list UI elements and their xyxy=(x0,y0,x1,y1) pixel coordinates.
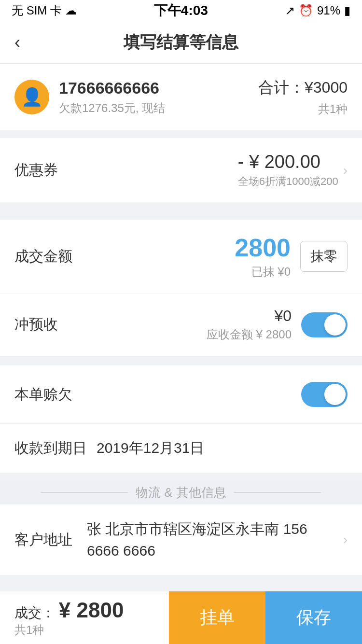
address-chevron-icon: › xyxy=(343,532,348,547)
status-time: 下午4:03 xyxy=(154,1,208,20)
avatar-icon: 👤 xyxy=(21,87,43,107)
debt-toggle[interactable] xyxy=(301,382,348,407)
date-label: 收款到期日 xyxy=(14,438,87,458)
total-amount: 合计：¥3000 xyxy=(258,77,348,98)
bottom-deal-row: 成交： ¥ 2800 xyxy=(14,598,154,622)
address-label: 客户地址 xyxy=(14,530,72,550)
deal-erased: 已抹 ¥0 xyxy=(235,264,291,280)
sim-label: 无 SIM 卡 ☁ xyxy=(12,3,77,18)
battery-label: 91% xyxy=(317,4,340,17)
coupon-chevron-icon: › xyxy=(343,163,348,178)
hang-order-button[interactable]: 挂单 xyxy=(169,591,265,644)
prepay-right: ¥0 应收金额 ¥ 2800 xyxy=(207,307,348,342)
prepay-amount: ¥0 xyxy=(207,307,292,325)
debt-label: 本单赊欠 xyxy=(14,385,72,405)
deal-amount-row: 成交金额 2800 已抹 ¥0 抹零 xyxy=(0,220,362,293)
logistics-divider-line: 物流 & 其他信息 xyxy=(41,484,321,501)
prepay-row: 冲预收 ¥0 应收金额 ¥ 2800 xyxy=(0,293,362,356)
bottom-bar: 成交： ¥ 2800 共1种 挂单 保存 xyxy=(0,591,362,644)
deal-amount-value: 2800 xyxy=(235,233,291,262)
customer-card: 👤 17666666666 欠款1276.35元, 现结 合计：¥3000 共1… xyxy=(0,64,362,130)
prepay-value-block: ¥0 应收金额 ¥ 2800 xyxy=(207,307,292,342)
round-zero-button[interactable]: 抹零 xyxy=(300,241,348,272)
customer-left: 👤 17666666666 欠款1276.35元, 现结 xyxy=(14,79,165,116)
coupon-row[interactable]: 优惠券 - ¥ 200.00 全场6折满1000减200 › xyxy=(0,138,362,202)
deal-section: 成交金额 2800 已抹 ¥0 抹零 冲预收 ¥0 应收金额 ¥ 2800 xyxy=(0,220,362,356)
total-count: 共1种 xyxy=(258,101,348,117)
debt-section: 本单赊欠 收款到期日 2019年12月31日 xyxy=(0,365,362,473)
page-title: 填写结算等信息 xyxy=(124,31,238,54)
logistics-line-right xyxy=(234,492,321,493)
address-value: 张 北京市市辖区海淀区永丰南 156 6666 6666 xyxy=(87,518,338,561)
logistics-divider: 物流 & 其他信息 xyxy=(0,480,362,504)
deal-amount-label: 成交金额 xyxy=(14,247,72,266)
status-bar: 无 SIM 卡 ☁ 下午4:03 ↗ ⏰ 91% ▮ xyxy=(0,0,362,21)
customer-phone: 17666666666 xyxy=(59,79,165,98)
customer-right: 合计：¥3000 共1种 xyxy=(258,77,348,117)
coupon-discount: - ¥ 200.00 xyxy=(238,152,338,172)
hang-order-label: 挂单 xyxy=(200,606,235,630)
coupon-label: 优惠券 xyxy=(14,160,58,180)
prepay-receivable: 应收金额 ¥ 2800 xyxy=(207,327,292,342)
debt-row: 本单赊欠 xyxy=(0,365,362,423)
logistics-line-left xyxy=(41,492,128,493)
prepay-label: 冲预收 xyxy=(14,315,58,335)
nav-bar: ‹ 填写结算等信息 xyxy=(0,21,362,64)
bottom-count: 共1种 xyxy=(14,622,154,638)
section-divider-1 xyxy=(0,210,362,220)
coupon-right: - ¥ 200.00 全场6折满1000减200 › xyxy=(238,152,348,189)
bottom-left: 成交： ¥ 2800 共1种 xyxy=(0,598,169,638)
content: 👤 17666666666 欠款1276.35元, 现结 合计：¥3000 共1… xyxy=(0,64,362,633)
address-row[interactable]: 客户地址 张 北京市市辖区海淀区永丰南 156 6666 6666 › xyxy=(0,504,362,575)
prepay-toggle[interactable] xyxy=(301,312,348,337)
customer-debt: 欠款1276.35元, 现结 xyxy=(59,100,165,116)
date-row: 收款到期日 2019年12月31日 xyxy=(0,423,362,473)
customer-info: 17666666666 欠款1276.35元, 现结 xyxy=(59,79,165,116)
section-divider-2 xyxy=(0,356,362,365)
logistics-title: 物流 & 其他信息 xyxy=(136,484,226,501)
save-label: 保存 xyxy=(296,606,331,630)
save-button[interactable]: 保存 xyxy=(265,591,362,644)
deal-right: 2800 已抹 ¥0 抹零 xyxy=(235,233,348,280)
date-value: 2019年12月31日 xyxy=(97,438,204,458)
location-icon: ↗ xyxy=(285,4,295,17)
bottom-deal-amount: ¥ 2800 xyxy=(59,598,124,622)
status-right: ↗ ⏰ 91% ▮ xyxy=(285,4,350,17)
battery-icon: ▮ xyxy=(344,4,350,17)
status-left: 无 SIM 卡 ☁ xyxy=(12,3,77,18)
back-button[interactable]: ‹ xyxy=(14,32,20,53)
bottom-deal-label: 成交： xyxy=(14,605,55,620)
deal-value-block: 2800 已抹 ¥0 xyxy=(235,233,291,280)
avatar: 👤 xyxy=(14,80,49,114)
clock-icon: ⏰ xyxy=(299,4,313,17)
coupon-description: 全场6折满1000减200 xyxy=(238,174,338,189)
